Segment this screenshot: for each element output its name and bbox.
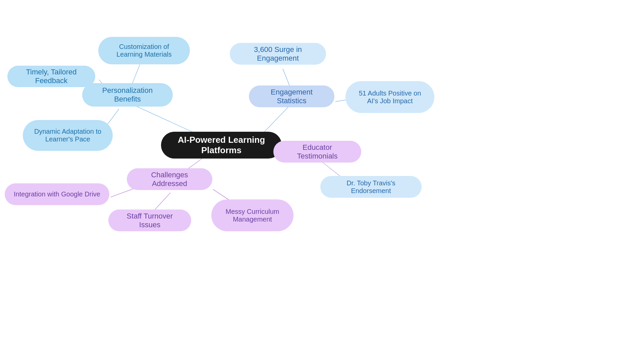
node-challenges-addressed: Challenges Addressed [127, 168, 212, 190]
node-customization: Customization of Learning Materials [98, 37, 190, 64]
node-adults-positive: 51 Adults Positive on AI's Job Impact [345, 81, 434, 113]
node-integration-google: Integration with Google Drive [5, 183, 109, 205]
node-messy-curriculum: Messy Curriculum Management [211, 199, 293, 231]
node-timely-feedback: Timely, Tailored Feedback [7, 66, 95, 87]
node-surge-engagement: 3,600 Surge in Engagement [230, 43, 326, 65]
node-educator-testimonials: Educator Testimonials [273, 141, 361, 163]
node-engagement-statistics: Engagement Statistics [249, 85, 334, 107]
node-staff-turnover: Staff Turnover Issues [108, 209, 191, 231]
center-node: AI-Powered Learning Platforms [161, 132, 282, 159]
node-dynamic-adaptation: Dynamic Adaptation to Learner's Pace [23, 120, 113, 151]
node-dr-toby: Dr. Toby Travis's Endorsement [320, 176, 422, 198]
